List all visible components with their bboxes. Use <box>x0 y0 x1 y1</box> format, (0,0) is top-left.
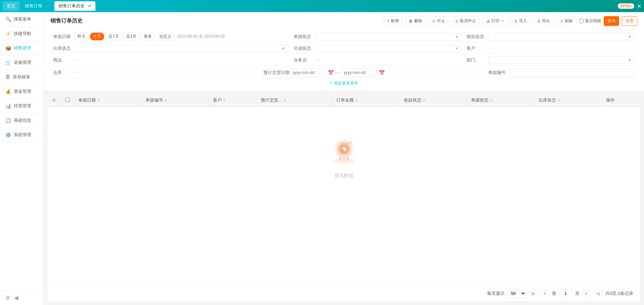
delete-button-label: 删除 <box>414 18 422 24</box>
payment-status-select[interactable]: ▼ <box>488 33 635 40</box>
sidebar-item-base-info[interactable]: 📋 基础信息 <box>0 113 43 128</box>
query-button[interactable]: 查询 <box>604 16 619 26</box>
sidebar-collapse-icon[interactable]: ◀ <box>14 295 18 301</box>
delivery-date-sort-icon[interactable]: ⇅ <box>283 99 286 102</box>
sidebar-item-finance[interactable]: 💰 资金管理 <box>0 84 43 99</box>
customer-more-icon[interactable]: ··· <box>488 46 494 51</box>
new-button[interactable]: + 新增 <box>384 16 402 26</box>
sidebar-settings-icon[interactable]: ⚙ <box>5 295 10 301</box>
sidebar-item-inventory[interactable]: 🗄 库存核算 <box>0 70 43 84</box>
th-order-status[interactable]: 单据状态 ⇅ <box>467 94 534 107</box>
date-btn-yesterday[interactable]: 昨天 <box>75 33 89 40</box>
display-detail-input[interactable] <box>579 19 584 23</box>
sidebar-item-sales-mgmt[interactable]: 📦 销售管理 <box>0 41 43 55</box>
display-detail-checkbox[interactable]: 显示明细 <box>579 18 601 24</box>
order-status-sort-icon[interactable]: ⇅ <box>490 99 492 102</box>
salesperson-more-icon[interactable]: ··· <box>315 58 321 63</box>
print-icon: 🖨 <box>486 19 490 24</box>
sales-mgmt-icon: 📦 <box>5 45 11 51</box>
prev-page-button[interactable]: < <box>541 290 549 297</box>
date-range-text: 2023-06-02 至 2023-06-02 <box>177 34 224 39</box>
filter-item-product: 商品 ··· <box>50 57 291 63</box>
tab-sales-order-history[interactable]: 销售订单历史 ✕ <box>54 1 95 11</box>
product-more-icon[interactable]: ··· <box>75 58 81 63</box>
sidebar-item-purchase-mgmt[interactable]: 🛒 采购管理 <box>0 55 43 70</box>
filter-item-order-status: 单据状态 ▼ <box>291 33 464 40</box>
delivery-status-select[interactable]: ▼ <box>75 45 288 52</box>
page-number-input[interactable] <box>559 290 572 297</box>
delivery-date-end-cal-icon[interactable]: 📅 <box>379 70 385 75</box>
query-button-label: 查询 <box>607 18 615 24</box>
order-no-sort-icon[interactable]: ⇅ <box>164 99 167 102</box>
order-no-input[interactable] <box>510 68 635 77</box>
page-title-row: 销售订单历史 + 新增 🗑 删除 ⊘ 中止 ⊘ 取消中止 <box>50 16 637 26</box>
delivery-status-sort-icon[interactable]: ⇅ <box>557 99 560 102</box>
date-btn-custom[interactable]: 自定义 <box>156 33 174 40</box>
page-size-select[interactable]: 20 50 100 <box>507 289 526 298</box>
first-page-button[interactable]: |< <box>529 290 538 297</box>
th-payment-status[interactable]: 收款状态 ⇅ <box>399 94 467 107</box>
collapse-row[interactable]: ∧ 收起更多条件 <box>50 78 637 88</box>
order-status-select[interactable]: ▼ <box>315 33 462 40</box>
sidebar-item-search-menu[interactable]: 🔍 搜索菜单 <box>0 12 43 27</box>
sidebar-item-quick-nav[interactable]: ⚡ 快捷导航 <box>0 27 43 41</box>
refresh-button[interactable]: ↺ 刷新 <box>556 16 576 26</box>
sidebar-item-finance-label: 资金管理 <box>14 88 31 94</box>
th-payment-status-label: 收款状态 <box>404 97 421 103</box>
tab-sales-order-history-close[interactable]: ✕ <box>88 4 91 8</box>
th-delivery-date-sort: 预计交货... ⇅ <box>261 97 328 103</box>
department-arrow-icon: ▼ <box>628 58 632 62</box>
th-gear[interactable]: ⚙ <box>48 94 61 107</box>
tab-home[interactable]: 首页 <box>3 1 19 11</box>
page-size-label: 每页显示 <box>487 291 505 297</box>
th-delivery-date[interactable]: 预计交货... ⇅ <box>256 94 332 107</box>
sidebar-item-operations[interactable]: 📊 经营管理 <box>0 99 43 113</box>
th-amount-label: 订单金额 <box>336 97 354 103</box>
import-icon: ⬆ <box>514 19 518 24</box>
settings-button[interactable]: 设置 <box>622 16 637 26</box>
topbar-close-icon[interactable]: ✕ <box>637 3 641 9</box>
cancel-stop-button[interactable]: ⊘ 取消中止 <box>452 16 480 26</box>
sidebar-item-search-menu-label: 搜索菜单 <box>14 16 31 22</box>
table-container: ⚙ 单据日期 ⇅ <box>48 94 640 285</box>
inventory-icon: 🗄 <box>5 74 10 80</box>
delivery-date-start[interactable] <box>290 69 327 77</box>
th-customer[interactable]: 客户 ⇅ <box>209 94 256 107</box>
sidebar-item-inventory-label: 库存核算 <box>13 74 30 80</box>
print-button[interactable]: 🖨 打印 ▼ <box>482 16 508 26</box>
delivery-status-arrow-icon: ▼ <box>282 46 285 50</box>
export-button[interactable]: ⬇ 导出 <box>533 16 554 26</box>
sidebar-item-sys-mgmt[interactable]: ⚙️ 系统管理 <box>0 128 43 142</box>
th-order-status-label: 单据状态 <box>471 97 488 103</box>
date-sort-icon[interactable]: ⇅ <box>97 99 100 102</box>
import-button[interactable]: ⬆ 导入 <box>511 16 531 26</box>
th-order-no[interactable]: 单据编号 ⇅ <box>141 94 209 107</box>
date-btn-today[interactable]: 今天 <box>90 33 104 40</box>
date-btn-7days[interactable]: 近7天 <box>105 33 122 40</box>
stop-button[interactable]: ⊘ 中止 <box>429 16 449 26</box>
th-amount[interactable]: 订单金额 ⇅ <box>332 94 399 107</box>
department-select[interactable]: ▼ <box>488 56 635 64</box>
date-btn-1month[interactable]: 近1月 <box>123 33 140 40</box>
select-all-checkbox[interactable] <box>66 98 70 102</box>
date-btn-more[interactable]: 更多 <box>141 33 155 40</box>
delivery-date-end[interactable] <box>341 69 378 77</box>
amount-sort-icon[interactable]: ⇅ <box>355 99 358 102</box>
delete-button[interactable]: 🗑 删除 <box>405 16 426 26</box>
next-page-button[interactable]: > <box>582 290 591 297</box>
payment-status-sort-icon[interactable]: ⇅ <box>423 99 425 102</box>
tab-sales-order[interactable]: 销售订单 ✕ <box>21 1 53 11</box>
th-delivery-status[interactable]: 出库状态 ⇅ <box>534 94 602 107</box>
sidebar-item-sys-mgmt-label: 系统管理 <box>14 132 31 138</box>
gear-icon[interactable]: ⚙ <box>52 98 56 103</box>
tab-sales-order-close[interactable]: ✕ <box>46 4 49 8</box>
delivery-date-group: 📅 — 📅 <box>290 69 483 77</box>
th-date[interactable]: 单据日期 ⇅ <box>74 94 141 107</box>
last-page-button[interactable]: >| <box>593 290 603 297</box>
customer-sort-icon[interactable]: ⇅ <box>223 99 226 102</box>
delivery-date-start-cal-icon[interactable]: 📅 <box>328 70 334 75</box>
warehouse-more-icon[interactable]: ··· <box>75 70 81 75</box>
toolbar: + 新增 🗑 删除 ⊘ 中止 ⊘ 取消中止 🖨 <box>384 16 637 26</box>
filter-delivery-status-label: 出库状态 <box>53 45 75 51</box>
complete-status-select[interactable]: ▼ <box>315 45 462 52</box>
